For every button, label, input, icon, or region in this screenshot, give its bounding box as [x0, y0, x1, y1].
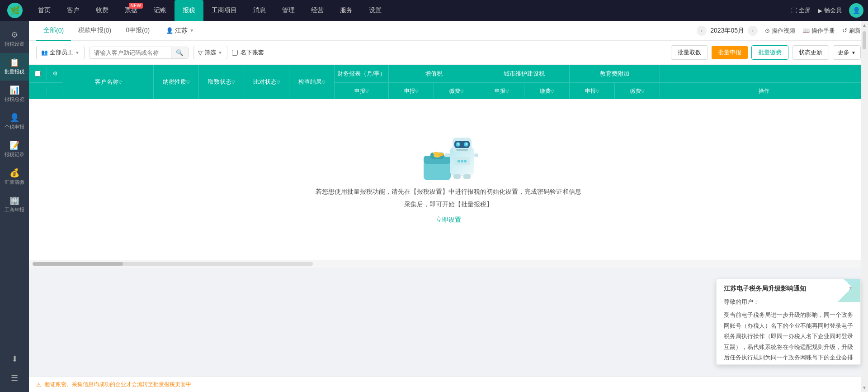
nav-invoice[interactable]: 票据 NEW [117, 0, 146, 21]
tab-zero-declare[interactable]: 0申报(0) [118, 21, 157, 41]
svg-point-20 [458, 160, 460, 163]
nav-business[interactable]: 工商项目 [203, 0, 245, 21]
data-table: ⚙ 客户名称 ▽ 纳税性质 ▽ 取数状态 ▽ [29, 65, 868, 268]
scroll-down-btn[interactable]: ▼ [860, 383, 868, 392]
th-gear[interactable]: ⚙ [47, 67, 63, 81]
filter-arrow: ▼ [218, 50, 222, 55]
svg-rect-18 [463, 174, 471, 179]
search-container: 🔍 [89, 47, 189, 59]
batch-pay-btn[interactable]: 批量缴费 [751, 45, 788, 60]
nav-home[interactable]: 首页 [30, 0, 59, 21]
th-filter-vat-d: ▽ [415, 89, 419, 94]
prev-month-btn[interactable]: ‹ [697, 26, 707, 36]
th-financial-declare: 申报 ▽ [335, 83, 389, 99]
warning-icon: ⚠ [36, 382, 41, 388]
sidebar-item-tax-overview[interactable]: 📊 报税总览 [0, 81, 29, 108]
action-video[interactable]: ⊙ 操作视频 [765, 27, 795, 35]
tab-tax-declare[interactable]: 税款申报(0) [71, 21, 118, 41]
member-btn[interactable]: ▶ 畅会员 [818, 6, 842, 14]
th-urban-pay: 缴费 ▽ [524, 83, 570, 99]
more-btn[interactable]: 更多 ▼ [833, 45, 861, 60]
sidebar-item-tax-records[interactable]: 📝 报税记录 [0, 136, 29, 163]
search-button[interactable]: 🔍 [171, 47, 188, 58]
new-badge: NEW [129, 3, 143, 9]
batch-fetch-btn[interactable]: 批量取数 [671, 45, 708, 60]
th-urban-declare: 申报 ▽ [479, 83, 524, 99]
sidebar-item-personal-tax[interactable]: 👤 个税申报 [0, 108, 29, 136]
nav-customer[interactable]: 客户 [59, 0, 88, 21]
sidebar-item-batch-tax[interactable]: 📋 批量报税 [0, 53, 29, 81]
select-all-checkbox[interactable] [35, 71, 41, 76]
svg-rect-15 [444, 153, 451, 157]
th-checkbox-bottom [29, 87, 47, 95]
th-operation-top [660, 65, 868, 82]
sidebar-download[interactable]: ⬇ [0, 349, 29, 368]
table-header: ⚙ 客户名称 ▽ 纳税性质 ▽ 取数状态 ▽ [29, 65, 868, 99]
batch-tax-icon: 📋 [9, 58, 19, 67]
filter-button[interactable]: ▽ 筛选 ▼ [193, 46, 227, 59]
sidebar-label-tax-overview: 报税总览 [5, 96, 24, 103]
scrollbar-track[interactable] [33, 262, 313, 266]
empty-message: 若您想使用批量报税功能，请先在【报税设置】中进行报税的初始化设置，完成密码验证和… [313, 185, 584, 210]
top-navigation: 🌿 首页 客户 收费 票据 NEW 记账 报税 工商项目 消息 管理 经营 服务… [0, 0, 868, 21]
nav-fee[interactable]: 收费 [88, 0, 117, 21]
th-filter-icon-compare: ▽ [277, 80, 280, 85]
status-update-btn[interactable]: 状态更新 [792, 45, 829, 60]
svg-point-12 [458, 143, 459, 145]
nav-service[interactable]: 服务 [332, 0, 361, 21]
sidebar-config[interactable]: ☰ [0, 368, 29, 387]
status-bar: ⚠ 验证账密、采集信息均成功的企业才会流转至批量报税页面中 [29, 377, 868, 392]
accounts-checkbox[interactable] [232, 50, 238, 56]
config-icon: ☰ [11, 374, 18, 382]
province-selector[interactable]: 👤 江苏 ▼ [166, 27, 194, 35]
employee-selector[interactable]: 👥 全部员工 ▼ [36, 46, 85, 59]
empty-state: 若您想使用批量报税功能，请先在【报税设置】中进行报税的初始化设置，完成密码验证和… [29, 99, 868, 260]
sidebar-item-settlement[interactable]: 💰 汇算清缴 [0, 163, 29, 191]
sidebar-item-tax-settings[interactable]: ⚙ 报税设置 [0, 25, 29, 53]
user-avatar[interactable]: 👤 [849, 3, 863, 18]
th-filter-icon-type: ▽ [186, 80, 190, 85]
svg-point-22 [464, 160, 467, 163]
nav-manage[interactable]: 管理 [274, 0, 303, 21]
app-logo[interactable]: 🌿 [5, 3, 25, 18]
search-input[interactable] [90, 47, 171, 58]
current-month: 2023年05月 [710, 27, 744, 35]
accounts-checkbox-label[interactable]: 名下账套 [232, 48, 264, 57]
tax-overview-icon: 📊 [9, 86, 19, 94]
action-refresh[interactable]: ↺ 刷新 [842, 27, 861, 35]
notification-body-scroll[interactable]: 尊敬的用户： 受当前电子税务局进一步升级的影响，同一个政务网账号（办税人）名下的… [717, 296, 860, 364]
svg-rect-16 [474, 153, 478, 157]
tab-all[interactable]: 全部(0) [36, 21, 71, 41]
th-edu-pay: 缴费 ▽ [615, 83, 660, 99]
tax-settings-icon: ⚙ [11, 31, 18, 39]
employee-selector-icon: 👥 [41, 49, 48, 56]
sidebar-item-annual-report[interactable]: 🏢 工商年报 [0, 191, 29, 219]
manual-icon: 📖 [802, 27, 810, 34]
action-manual[interactable]: 📖 操作手册 [802, 27, 835, 35]
toolbar-right: 批量取数 批量申报 批量缴费 状态更新 更多 ▼ [671, 45, 861, 60]
notification-title: 江苏电子税务局升级影响通知 [724, 285, 806, 293]
toolbar: 👥 全部员工 ▼ 🔍 ▽ 筛选 ▼ 名下账套 批量取数 批量申报 批量缴费 状态… [29, 41, 868, 65]
th-urban-tax-group: 城市维护建设税 [479, 65, 570, 82]
setup-link[interactable]: 立即设置 [436, 216, 461, 224]
batch-declare-btn[interactable]: 批量申报 [712, 46, 748, 59]
scroll-thumb[interactable] [863, 31, 866, 49]
th-filter-vat-p: ▽ [460, 89, 464, 94]
th-filter-urban-p: ▽ [551, 89, 554, 94]
nav-operation[interactable]: 经营 [303, 0, 332, 21]
scroll-up-btn[interactable]: ▲ [860, 21, 868, 29]
th-gear-bottom [47, 87, 63, 95]
tab-bar-right: ‹ 2023年05月 › ⊙ 操作视频 📖 操作手册 ↺ 刷新 [697, 26, 861, 36]
fullscreen-btn[interactable]: ⛶ 全屏 [791, 6, 811, 14]
th-vat-group: 增值税 [389, 65, 479, 82]
sidebar-label-personal-tax: 个税申报 [5, 124, 24, 130]
nav-accounting[interactable]: 记账 [146, 0, 175, 21]
next-month-btn[interactable]: › [748, 26, 758, 36]
nav-message[interactable]: 消息 [245, 0, 274, 21]
right-scrollbar: ▲ ▼ [861, 21, 868, 392]
user-icon: 👤 [166, 27, 173, 34]
svg-point-5 [433, 152, 439, 155]
scrollbar-thumb[interactable] [33, 262, 123, 266]
nav-tax[interactable]: 报税 [175, 0, 203, 21]
nav-settings[interactable]: 设置 [361, 0, 390, 21]
